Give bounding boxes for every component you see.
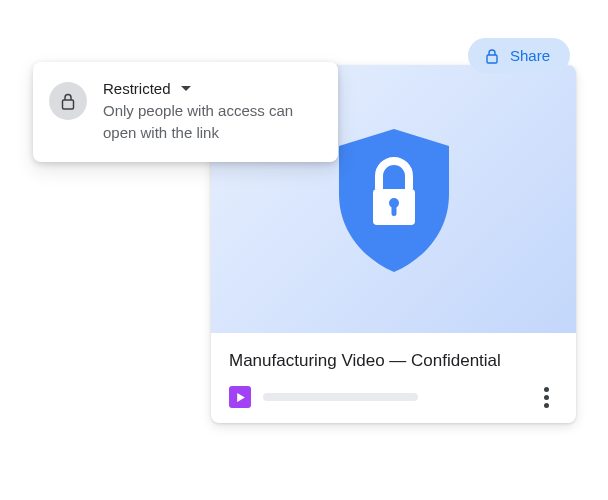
more-options-button[interactable] (534, 385, 558, 409)
lock-icon (484, 48, 500, 64)
svg-rect-3 (391, 205, 396, 216)
access-level-label: Restricted (103, 80, 171, 97)
access-level-description: Only people with access can open with th… (103, 100, 316, 144)
file-title: Manufacturing Video — Confidential (229, 351, 558, 371)
sharing-access-tooltip: Restricted Only people with access can o… (33, 62, 338, 162)
share-button[interactable]: Share (468, 38, 570, 73)
file-card-footer: Manufacturing Video — Confidential (211, 333, 576, 423)
svg-rect-4 (63, 100, 74, 109)
shield-lock-icon (329, 124, 459, 274)
access-level-dropdown[interactable]: Restricted (103, 80, 316, 97)
video-file-icon (229, 386, 251, 408)
tooltip-lock-avatar (49, 82, 87, 120)
loading-bar (263, 393, 418, 401)
share-button-label: Share (510, 47, 550, 64)
svg-rect-0 (487, 55, 497, 63)
file-meta-row (229, 385, 558, 409)
chevron-down-icon (181, 86, 191, 91)
